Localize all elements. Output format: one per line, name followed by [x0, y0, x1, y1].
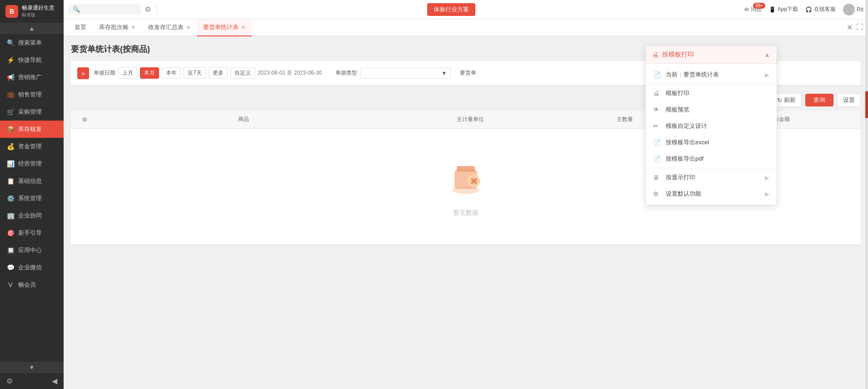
date-btn-last-month[interactable]: 上月	[118, 67, 137, 79]
sidebar-item-purchase[interactable]: 🛒 采购管理	[0, 103, 64, 121]
right-scrollbar[interactable]	[865, 0, 868, 389]
dropdown-display-print[interactable]: 🖥 按显示打印 ▶	[646, 169, 777, 186]
industry-btn[interactable]: 体验行业方案	[427, 3, 475, 16]
avatar-img	[843, 4, 855, 15]
message-icon: ✉	[744, 6, 749, 13]
query-btn[interactable]: 查询	[805, 94, 833, 106]
printer-icon: 🖨	[652, 51, 658, 58]
app-download-btn[interactable]: 📱 App下载	[769, 5, 798, 13]
type-filter-select[interactable]: ▼	[360, 68, 451, 79]
template-current-icon: 📄	[653, 71, 661, 78]
purchase-icon: 🛒	[6, 108, 15, 116]
date-btn-more[interactable]: 更多	[209, 67, 228, 79]
dropdown-default-function[interactable]: ⚙ 设置默认功能 ▶	[646, 186, 777, 202]
template-preview-label: 模板预览	[666, 106, 689, 114]
close-window-btn[interactable]: ✕	[847, 23, 853, 32]
scrollbar-thumb	[865, 91, 868, 118]
sidebar-item-enterprise[interactable]: 🏢 企业协同	[0, 207, 64, 224]
sidebar-item-search[interactable]: 🔍 搜索菜单	[0, 34, 64, 51]
enterprise-icon: 🏢	[6, 212, 15, 220]
tab-collection-summary[interactable]: 收发存汇总表 ✕	[142, 19, 197, 36]
online-support-btn[interactable]: 🎧 在线客服	[805, 5, 836, 13]
sidebar-item-sales[interactable]: 💼 销售管理	[0, 86, 64, 103]
sidebar-item-marketing[interactable]: 📢 营销推广	[0, 69, 64, 86]
sidebar: B 畅康通好生意 标准版 ▲ 🔍 搜索菜单 ⚡ 快捷导航 📢 营销推广 💼 销售…	[0, 0, 64, 389]
default-function-icon: ⚙	[653, 190, 661, 197]
th-settings[interactable]: ⚙	[75, 116, 94, 123]
tab-batch-accounts[interactable]: 库存批次账 ✕	[93, 19, 142, 36]
search-icon: 🔍	[6, 39, 15, 47]
sound-icon[interactable]: ◀	[52, 377, 57, 385]
sidebar-item-finance[interactable]: 💰 资金管理	[0, 138, 64, 155]
tab-collection-summary-close[interactable]: ✕	[186, 25, 190, 30]
type-filter-label: 单据类型	[335, 69, 357, 77]
dropdown-header[interactable]: 🖨 按模板打印 ▲	[646, 46, 777, 64]
sidebar-item-label: 搜索菜单	[18, 39, 42, 47]
dropdown-item-template-preview[interactable]: 👁 模板预览	[646, 101, 777, 118]
username-label: Rit	[857, 6, 863, 13]
refresh-icon: ↻	[777, 97, 782, 104]
settings-btn[interactable]: 设置	[837, 93, 861, 107]
filter-expand-btn[interactable]: »	[77, 67, 89, 79]
tabs-bar: 首页 库存批次账 ✕ 收发存汇总表 ✕ 要货单统计表 ✕ ✕ ⛶	[64, 19, 868, 36]
sidebar-item-inventory[interactable]: 📦 库存核算	[0, 121, 64, 138]
date-btn-7days[interactable]: 近7天	[184, 67, 206, 79]
sidebar-item-apps[interactable]: 🔲 应用中心	[0, 242, 64, 259]
dropdown-section: 📄 当前：要货单统计表 ▶ 🖨 模板打印 👁 模板预览 ✏ 模板自定义设计	[646, 64, 777, 205]
export-excel-label: 按模板导出excel	[666, 138, 709, 147]
refresh-label: 刷新	[784, 96, 796, 104]
sidebar-scroll-up[interactable]: ▲	[0, 23, 64, 34]
sidebar-item-label: 基础信息	[18, 177, 42, 185]
current-template-left: 📄 当前：要货单统计表	[653, 71, 719, 79]
template-custom-label: 模板自定义设计	[666, 122, 707, 130]
quick-nav-icon: ⚡	[6, 56, 15, 64]
date-btn-this-year[interactable]: 本年	[162, 67, 181, 79]
dropdown-close-btn[interactable]: ▲	[764, 51, 770, 58]
sidebar-item-basics[interactable]: 📋 基础信息	[0, 172, 64, 190]
sidebar-item-wechat[interactable]: 💬 企业微信	[0, 259, 64, 276]
empty-icon	[443, 156, 489, 202]
sidebar-item-system[interactable]: ⚙️ 系统管理	[0, 190, 64, 207]
messages-btn[interactable]: ✉ 消息 99+	[744, 5, 762, 13]
sidebar-item-quick-nav[interactable]: ⚡ 快捷导航	[0, 51, 64, 69]
empty-text: 暂无数据	[453, 209, 479, 217]
dropdown-item-export-pdf[interactable]: 📄 按模板导出pdf	[646, 151, 777, 167]
settings-icon[interactable]: ⚙	[6, 377, 13, 385]
date-btn-custom[interactable]: 自定义	[230, 67, 255, 79]
expand-window-btn[interactable]: ⛶	[856, 23, 863, 31]
app-download-label: App下载	[778, 5, 798, 13]
sidebar-item-label: 企业协同	[18, 212, 42, 220]
dropdown-item-export-excel[interactable]: 📄 按模板导出excel	[646, 134, 777, 151]
tab-batch-accounts-close[interactable]: ✕	[131, 25, 135, 30]
search-icon: 🔍	[73, 6, 80, 13]
sidebar-item-vip[interactable]: V 畅会员	[0, 276, 64, 293]
default-function-label: 设置默认功能	[666, 190, 701, 198]
chevron-right-icon-2: ▶	[765, 174, 769, 181]
basics-icon: 📋	[6, 177, 15, 185]
sidebar-item-guide[interactable]: 🎯 新手引导	[0, 224, 64, 242]
dropdown-current-template[interactable]: 📄 当前：要货单统计表 ▶	[646, 66, 777, 83]
topbar-search-box[interactable]: 🔍	[68, 4, 141, 15]
dropdown-divider-2	[646, 168, 777, 168]
template-print-icon: 🖨	[653, 90, 661, 97]
tab-home[interactable]: 首页	[68, 19, 93, 36]
topbar-right: ✉ 消息 99+ 📱 App下载 🎧 在线客服 Rit	[744, 4, 863, 15]
dropdown-item-template-print[interactable]: 🖨 模板打印	[646, 85, 777, 101]
sidebar-item-operations[interactable]: 📊 经营管理	[0, 155, 64, 172]
chevron-right-icon-3: ▶	[765, 191, 769, 197]
tab-order-stats[interactable]: 要货单统计表 ✕	[197, 19, 252, 36]
tab-order-stats-close[interactable]: ✕	[241, 25, 245, 30]
sidebar-scroll-down[interactable]: ▼	[0, 362, 64, 373]
settings-gear-icon[interactable]: ⚙	[145, 5, 151, 14]
phone-icon: 📱	[769, 6, 776, 13]
th-unit: 主计量单位	[393, 116, 548, 123]
user-avatar[interactable]: Rit	[843, 4, 863, 15]
template-custom-icon: ✏	[653, 122, 661, 130]
wechat-icon: 💬	[6, 263, 15, 272]
topbar-search-input[interactable]	[83, 6, 128, 13]
tab-collection-summary-label: 收发存汇总表	[148, 23, 184, 31]
dropdown-item-template-custom[interactable]: ✏ 模板自定义设计	[646, 118, 777, 134]
display-print-left: 🖥 按显示打印	[653, 173, 695, 182]
date-btn-this-month[interactable]: 本月	[140, 67, 159, 79]
tab-order-stats-label: 要货单统计表	[203, 23, 239, 31]
